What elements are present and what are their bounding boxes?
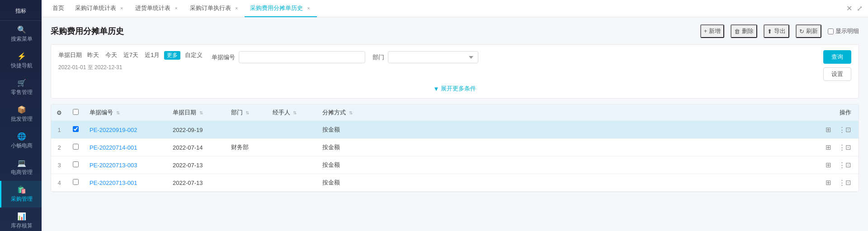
row-actions-3: ⊞ ⋮⊡	[802, 174, 859, 192]
last7days-shortcut[interactable]: 近7天	[122, 50, 140, 60]
row-more-icon-2[interactable]: ⋮⊡	[837, 160, 853, 170]
row-split-method-2: 按金额	[317, 156, 802, 174]
checkbox-col-header[interactable]	[67, 104, 84, 121]
delete-button[interactable]: 🗑 删除	[731, 24, 757, 38]
sidebar-item-inventory[interactable]: 📊 库存核算	[0, 207, 42, 231]
tab-purchase-order-stats[interactable]: 采购订单统计表×	[70, 0, 130, 17]
search-main-row: 单据日期 昨天 今天 近7天 近1月 更多 自定义 2022-01-01 至 2…	[58, 50, 851, 81]
dept-col-header[interactable]: 部门 ⇅	[226, 104, 267, 121]
sidebar-item-ecommerce-small[interactable]: 🌐 小畅电商	[0, 127, 42, 154]
sidebar-label-purchase: 采购管理	[4, 195, 39, 203]
row-checkbox-input-1[interactable]	[73, 144, 79, 150]
order-no-link-3[interactable]: PE-20220713-001	[90, 179, 137, 186]
chevron-down-icon: ▼	[434, 85, 439, 92]
page-title: 采购费用分摊单历史	[51, 26, 124, 37]
table-row[interactable]: 2 PE-20220714-001 2022-07-14 财务部 按金额 ⊞ ⋮…	[51, 139, 859, 156]
row-order-no-2[interactable]: PE-20220713-003	[84, 156, 167, 174]
tab-purchase-fee-history[interactable]: 采购费用分摊单历史×	[245, 0, 316, 17]
tab-close-purchase-order-stats[interactable]: ×	[119, 5, 124, 11]
date-col-header[interactable]: 单据日期 ⇅	[167, 104, 226, 121]
date-shortcuts: 昨天 今天 近7天 近1月 更多 自定义	[85, 50, 204, 60]
sidebar-icon-wholesale: 📦	[4, 105, 39, 114]
date-sort-icon: ⇅	[199, 110, 203, 115]
show-cols-checkbox[interactable]: 显示明细	[828, 27, 859, 35]
select-all-checkbox[interactable]	[73, 109, 79, 115]
row-checkbox-input-3[interactable]	[73, 179, 79, 185]
row-checkbox-2[interactable]	[67, 156, 84, 174]
handler-col-header[interactable]: 经手人 ⇅	[267, 104, 317, 121]
order-no-link-2[interactable]: PE-20220713-003	[90, 162, 137, 169]
query-button[interactable]: 查询	[823, 50, 851, 64]
row-split-method-3: 按金额	[317, 174, 802, 192]
row-checkbox-input-0[interactable]	[73, 126, 79, 132]
sidebar-item-quicknav[interactable]: ⚡ 快捷导航	[0, 47, 42, 74]
sidebar-item-search[interactable]: 🔍 搜索菜单	[0, 21, 42, 47]
page-header: 采购费用分摊单历史 + 新增 🗑 删除 ⬆ 导出 ↻ 刷新 显示明细	[51, 24, 859, 38]
sidebar-item-retail[interactable]: 🛒 零售管理	[0, 74, 42, 101]
row-edit-icon-3[interactable]: ⊞	[824, 178, 833, 188]
row-checkbox-1[interactable]	[67, 139, 84, 156]
row-checkbox-0[interactable]	[67, 121, 84, 139]
sidebar-item-wholesale[interactable]: 📦 批发管理	[0, 101, 42, 127]
sidebar-item-ecommerce[interactable]: 💻 电商管理	[0, 154, 42, 181]
order-no-sort-icon: ⇅	[116, 110, 120, 115]
row-num-2: 3	[51, 156, 67, 174]
today-shortcut[interactable]: 今天	[104, 50, 119, 60]
tab-purchase-order-exec[interactable]: 采购订单执行表×	[184, 0, 245, 17]
row-edit-icon-2[interactable]: ⊞	[824, 160, 833, 170]
order-no-col-header[interactable]: 单据编号 ⇅	[84, 104, 167, 121]
more-shortcut[interactable]: 更多	[164, 51, 180, 60]
maximize-window-icon[interactable]: ⤢	[857, 4, 863, 13]
table-row[interactable]: 3 PE-20220713-003 2022-07-13 按金额 ⊞ ⋮⊡	[51, 156, 859, 174]
row-dept-1: 财务部	[226, 139, 267, 156]
order-no-link-1[interactable]: PE-20220714-001	[90, 144, 137, 151]
yesterday-shortcut[interactable]: 昨天	[85, 50, 101, 60]
sidebar-label-retail: 零售管理	[4, 89, 39, 96]
split-method-col-header[interactable]: 分摊方式 ⇅	[317, 104, 802, 121]
date-label: 单据日期	[58, 51, 82, 59]
settings-col-header[interactable]: ⚙	[51, 104, 67, 121]
handler-sort-icon: ⇅	[293, 110, 297, 115]
tab-home[interactable]: 首页	[47, 0, 70, 17]
order-no-input[interactable]	[239, 51, 365, 63]
sidebar-label-quicknav: 快捷导航	[4, 62, 39, 70]
page-content: 采购费用分摊单历史 + 新增 🗑 删除 ⬆ 导出 ↻ 刷新 显示明细	[42, 17, 868, 231]
tab-close-goods-stats[interactable]: ×	[173, 5, 179, 11]
sidebar-label-wholesale: 批发管理	[4, 115, 39, 123]
row-more-icon-0[interactable]: ⋮⊡	[837, 125, 853, 135]
sidebar-item-purchase[interactable]: 🛍️ 采购管理	[0, 181, 42, 207]
table-row[interactable]: 4 PE-20220713-001 2022-07-13 按金额 ⊞ ⋮⊡	[51, 174, 859, 192]
expand-conditions-button[interactable]: ▼ 展开更多条件	[58, 85, 851, 93]
tab-close-purchase-fee-history[interactable]: ×	[306, 5, 311, 11]
order-no-label: 单据编号	[212, 53, 235, 61]
search-buttons: 查询 设置	[823, 50, 851, 81]
order-no-link-0[interactable]: PE-20220919-002	[90, 127, 137, 133]
row-order-no-3[interactable]: PE-20220713-001	[84, 174, 167, 192]
search-settings-button[interactable]: 设置	[823, 67, 851, 81]
row-more-icon-1[interactable]: ⋮⊡	[837, 142, 853, 152]
row-order-no-1[interactable]: PE-20220714-001	[84, 139, 167, 156]
add-button[interactable]: + 新增	[700, 24, 724, 38]
tab-close-purchase-order-exec[interactable]: ×	[234, 5, 239, 11]
close-window-icon[interactable]: ✕	[846, 4, 852, 13]
row-edit-icon-0[interactable]: ⊞	[824, 125, 833, 135]
dept-label: 部门	[373, 53, 384, 61]
delete-icon: 🗑	[734, 28, 740, 35]
row-actions-2: ⊞ ⋮⊡	[802, 156, 859, 174]
row-dept-3	[226, 174, 267, 192]
last1month-shortcut[interactable]: 近1月	[143, 50, 161, 60]
table-row[interactable]: 1 PE-20220919-002 2022-09-19 按金额 ⊞ ⋮⊡	[51, 121, 859, 139]
show-cols-input[interactable]	[828, 28, 834, 34]
row-checkbox-input-2[interactable]	[73, 161, 79, 167]
row-order-no-0[interactable]: PE-20220919-002	[84, 121, 167, 139]
custom-shortcut[interactable]: 自定义	[183, 50, 204, 60]
row-more-icon-3[interactable]: ⋮⊡	[837, 178, 853, 188]
dept-select[interactable]: 财务部	[388, 51, 478, 63]
row-edit-icon-1[interactable]: ⊞	[824, 142, 833, 152]
refresh-button[interactable]: ↻ 刷新	[796, 24, 821, 38]
row-checkbox-3[interactable]	[67, 174, 84, 192]
export-button[interactable]: ⬆ 导出	[764, 24, 789, 38]
tab-goods-stats[interactable]: 进货单统计表×	[130, 0, 184, 17]
row-dept-2	[226, 156, 267, 174]
row-handler-1	[267, 139, 317, 156]
